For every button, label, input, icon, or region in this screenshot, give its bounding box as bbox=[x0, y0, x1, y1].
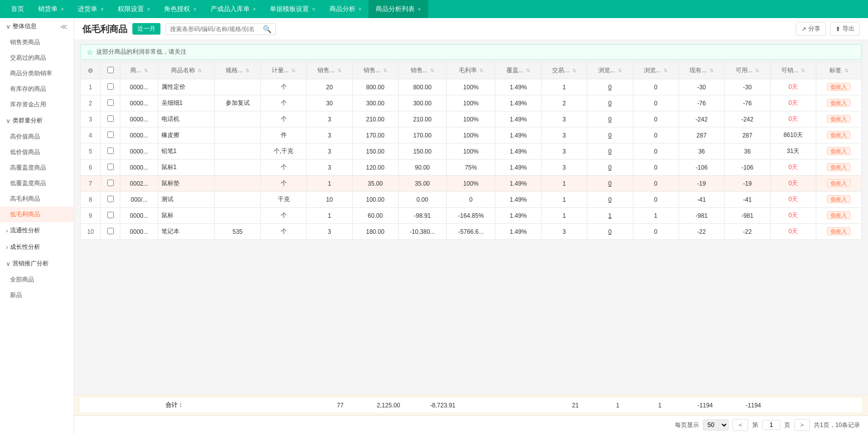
sidebar-item-low-coverage[interactable]: 低覆盖度商品 bbox=[0, 176, 74, 191]
row-checkbox[interactable] bbox=[100, 224, 120, 240]
close-permissions-icon[interactable]: × bbox=[147, 6, 150, 12]
close-product-analysis-list-icon[interactable]: × bbox=[418, 6, 421, 12]
sidebar-item-category-sales-rate[interactable]: 商品分类助销率 bbox=[0, 66, 74, 81]
row-gross-margin: 0 bbox=[446, 192, 495, 208]
share-button[interactable]: ↗ 分享 bbox=[796, 22, 826, 36]
row-sellable: 0天 bbox=[770, 160, 816, 176]
export-button[interactable]: ⬆ 导出 bbox=[830, 22, 860, 36]
row-checkbox[interactable] bbox=[100, 208, 120, 224]
nav-permissions[interactable]: 权限设置 × bbox=[111, 0, 157, 18]
th-transaction[interactable]: 交易... ⇅ bbox=[541, 62, 587, 79]
nav-home[interactable]: 首页 bbox=[4, 0, 31, 18]
th-unit[interactable]: 计量... ⇅ bbox=[261, 62, 306, 79]
sidebar-section-liquidity[interactable]: › 流通性分析 bbox=[0, 222, 74, 239]
row-tag: 低收入 bbox=[816, 95, 861, 111]
sidebar-item-all-products[interactable]: 全部商品 bbox=[0, 272, 74, 287]
search-input[interactable] bbox=[170, 26, 261, 33]
th-sales-price[interactable]: 销售... ⇅ bbox=[353, 62, 398, 79]
close-role-auth-icon[interactable]: × bbox=[193, 6, 196, 12]
nav-template-settings[interactable]: 单据模板设置 × bbox=[263, 0, 322, 18]
th-sales-qty[interactable]: 销售... ⇅ bbox=[306, 62, 352, 79]
th-spec[interactable]: 规格... ⇅ bbox=[215, 62, 261, 79]
row-sales-price: 150.00 bbox=[353, 143, 398, 160]
close-finished-goods-icon[interactable]: × bbox=[253, 6, 256, 12]
row-checkbox[interactable] bbox=[100, 95, 120, 111]
sidebar-item-traded-products[interactable]: 交易过的商品 bbox=[0, 50, 74, 66]
select-all-checkbox[interactable] bbox=[107, 67, 114, 73]
row-coverage: 1.49% bbox=[495, 79, 541, 95]
nav-sales-order[interactable]: 销货单 × bbox=[31, 0, 71, 18]
row-num: 4 bbox=[81, 127, 101, 143]
sidebar-item-sales-products[interactable]: 销售类商品 bbox=[0, 35, 74, 50]
row-views1[interactable]: 0 bbox=[587, 192, 633, 208]
collapse-overall-icon[interactable]: ≪ bbox=[60, 23, 68, 31]
th-current-stock[interactable]: 现有... ⇅ bbox=[678, 62, 724, 79]
sidebar-item-high-margin[interactable]: 高毛利商品 bbox=[0, 191, 74, 207]
nav-purchase-order[interactable]: 进货单 × bbox=[71, 0, 110, 18]
sidebar-section-overall-info[interactable]: ∨ 整体信息 ≪ bbox=[0, 18, 74, 35]
row-gross-margin: 100% bbox=[446, 79, 495, 95]
row-views1[interactable]: 0 bbox=[587, 127, 633, 143]
row-checkbox[interactable] bbox=[100, 111, 120, 127]
row-checkbox[interactable] bbox=[100, 176, 120, 192]
row-checkbox[interactable] bbox=[100, 160, 120, 176]
row-views1[interactable]: 0 bbox=[587, 176, 633, 192]
row-gross-margin: 100% bbox=[446, 95, 495, 111]
sidebar-item-stocked-products[interactable]: 有库存的商品 bbox=[0, 81, 74, 97]
row-views2: 0 bbox=[633, 160, 678, 176]
row-views1[interactable]: 0 bbox=[587, 111, 633, 127]
nav-role-auth[interactable]: 角色授权 × bbox=[157, 0, 203, 18]
sidebar-item-low-margin[interactable]: 低毛利商品 bbox=[0, 207, 74, 222]
th-views1[interactable]: 浏览... ⇅ bbox=[587, 62, 633, 79]
row-views2: 0 bbox=[633, 224, 678, 240]
sidebar-item-high-value[interactable]: 高价值商品 bbox=[0, 129, 74, 144]
th-sellable[interactable]: 可销... ⇅ bbox=[770, 62, 816, 79]
sidebar-item-stock-capital[interactable]: 库存资金占用 bbox=[0, 97, 74, 112]
row-available: 36 bbox=[725, 143, 770, 160]
th-available[interactable]: 可用... ⇅ bbox=[725, 62, 770, 79]
th-name[interactable]: 商品名称 ⇅ bbox=[158, 62, 215, 79]
period-button[interactable]: 近一月 bbox=[132, 23, 160, 35]
search-icon[interactable]: 🔍 bbox=[263, 25, 271, 33]
close-purchase-order-icon[interactable]: × bbox=[100, 6, 103, 12]
row-views1[interactable]: 0 bbox=[587, 143, 633, 160]
row-views1[interactable]: 1 bbox=[587, 208, 633, 224]
th-sales-amount[interactable]: 销售... ⇅ bbox=[398, 62, 446, 79]
row-code: 0000... bbox=[120, 224, 158, 240]
nav-finished-goods[interactable]: 产成品入库单 × bbox=[204, 0, 263, 18]
row-checkbox[interactable] bbox=[100, 192, 120, 208]
row-checkbox[interactable] bbox=[100, 127, 120, 143]
row-views1[interactable]: 0 bbox=[587, 224, 633, 240]
row-views1[interactable]: 0 bbox=[587, 79, 633, 95]
sidebar-item-low-value[interactable]: 低价值商品 bbox=[0, 144, 74, 160]
th-checkbox[interactable] bbox=[100, 62, 120, 79]
row-checkbox[interactable] bbox=[100, 79, 120, 95]
th-tag[interactable]: 标签 ⇅ bbox=[816, 62, 861, 79]
close-sales-order-icon[interactable]: × bbox=[61, 6, 64, 12]
sidebar-item-new-products[interactable]: 新品 bbox=[0, 287, 74, 303]
sidebar-section-marketing[interactable]: ∨ 营销推广分析 bbox=[0, 255, 74, 272]
row-tag: 低收入 bbox=[816, 208, 861, 224]
sidebar: ∨ 整体信息 ≪ 销售类商品 交易过的商品 商品分类助销率 有库存的商品 库存资… bbox=[0, 18, 74, 434]
row-views1[interactable]: 0 bbox=[587, 160, 633, 176]
th-settings[interactable]: ⚙ bbox=[81, 62, 101, 79]
page-number-input[interactable] bbox=[762, 420, 780, 430]
nav-product-analysis[interactable]: 商品分析 × bbox=[322, 0, 369, 18]
close-product-analysis-icon[interactable]: × bbox=[359, 6, 362, 12]
close-template-settings-icon[interactable]: × bbox=[312, 6, 315, 12]
sidebar-section-growth[interactable]: › 成长性分析 bbox=[0, 239, 74, 255]
th-code[interactable]: 商... ⇅ bbox=[120, 62, 158, 79]
th-views2[interactable]: 浏览... ⇅ bbox=[633, 62, 678, 79]
prev-page-button[interactable]: ＜ bbox=[733, 419, 748, 431]
th-coverage[interactable]: 覆盖... ⇅ bbox=[495, 62, 541, 79]
row-views1[interactable]: 0 bbox=[587, 95, 633, 111]
row-gross-margin: 100% bbox=[446, 111, 495, 127]
sidebar-section-cluster-analysis[interactable]: ∨ 类群童分析 bbox=[0, 112, 74, 129]
sidebar-item-high-coverage[interactable]: 高覆盖度商品 bbox=[0, 160, 74, 176]
nav-product-analysis-list[interactable]: 商品分析列表 × bbox=[369, 0, 428, 18]
table-row: 6 0000... 鼠标1 个 3 120.00 90.00 75% 1.49%… bbox=[81, 160, 862, 176]
next-page-button[interactable]: ＞ bbox=[794, 419, 810, 431]
page-size-select[interactable]: 50 20 100 bbox=[703, 419, 729, 430]
th-gross-margin[interactable]: 毛利率 ⇅ bbox=[446, 62, 495, 79]
row-checkbox[interactable] bbox=[100, 143, 120, 160]
